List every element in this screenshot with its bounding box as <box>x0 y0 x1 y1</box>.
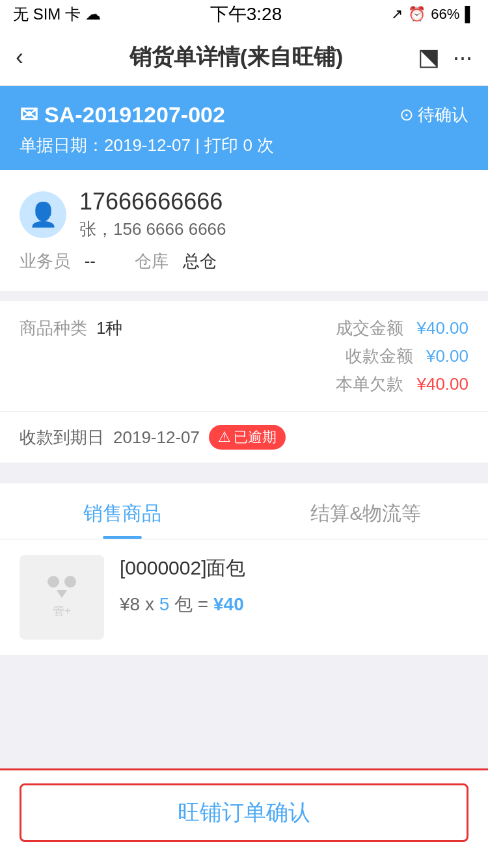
warehouse-label: 仓库 <box>135 251 169 271</box>
confirm-order-button[interactable]: 旺铺订单确认 <box>20 783 468 842</box>
customer-name: 张，156 6666 6666 <box>79 218 226 241</box>
order-header: ✉ SA-20191207-002 ⊙ 待确认 单据日期：2019-12-07 … <box>0 86 488 170</box>
share-icon[interactable]: ⬔ <box>418 44 440 71</box>
status-right: ↗ ⏰ 66% ▌ <box>391 6 475 23</box>
page-title: 销货单详情(来自旺铺) <box>129 42 344 72</box>
tab-settlement-label: 结算&物流等 <box>310 502 421 524</box>
payment-value: ¥0.00 <box>426 346 468 366</box>
order-icon: ✉ <box>20 102 38 128</box>
owl-plus: 管+ <box>53 603 72 619</box>
customer-meta: 业务员 -- 仓库 总仓 <box>20 250 468 273</box>
tab-sales[interactable]: 销售商品 <box>0 483 244 539</box>
product-unit: 包 <box>174 594 193 614</box>
tab-settlement[interactable]: 结算&物流等 <box>244 483 488 539</box>
order-status: ⊙ 待确认 <box>400 103 468 126</box>
warning-icon: ⚠ <box>218 429 231 446</box>
owl-eye-left <box>47 576 59 588</box>
owl-eyes <box>47 576 76 588</box>
category-value: 1种 <box>96 317 122 340</box>
divider-1 <box>0 291 488 301</box>
summary-right: 成交金额 ¥40.00 收款金额 ¥0.00 本单欠款 ¥40.00 <box>336 317 468 396</box>
balance-label: 本单欠款 <box>336 373 403 396</box>
order-id-text: SA-20191207-002 <box>44 102 225 128</box>
payment-amount-row: 收款金额 ¥0.00 <box>346 345 468 368</box>
customer-phone: 17666666666 <box>79 188 226 215</box>
nav-actions: ⬔ ··· <box>418 44 472 71</box>
product-price-row: ¥8 x 5 包 = ¥40 <box>120 592 468 617</box>
product-price: ¥8 <box>120 594 140 614</box>
owl-eye-right <box>64 576 76 588</box>
clock-icon: ⊙ <box>400 105 414 125</box>
deal-value: ¥40.00 <box>416 318 468 338</box>
divider-2 <box>0 463 488 473</box>
category-label: 商品种类 <box>20 317 87 340</box>
price-separator: x <box>145 594 159 614</box>
battery-icon: ▌ <box>465 6 475 23</box>
more-icon[interactable]: ··· <box>453 44 472 71</box>
due-date-section: 收款到期日 2019-12-07 ⚠ 已逾期 <box>0 411 488 463</box>
summary-left: 商品种类 1种 <box>20 317 122 340</box>
owl-beak <box>57 590 67 598</box>
product-section: 管+ [0000002]面包 ¥8 x 5 包 = ¥40 <box>0 539 488 655</box>
battery-level: 66% <box>431 6 459 23</box>
bottom-area: 旺铺订单确认 <box>0 768 488 868</box>
product-thumbnail: 管+ <box>20 555 104 640</box>
equals-sign: = <box>198 594 213 614</box>
warehouse-field: 仓库 总仓 <box>135 250 217 273</box>
avatar-icon: 👤 <box>29 201 58 228</box>
due-date-value: 2019-12-07 <box>113 427 200 448</box>
confirm-order-label: 旺铺订单确认 <box>178 798 310 828</box>
back-button[interactable]: ‹ <box>16 44 55 71</box>
nav-bar: ‹ 销货单详情(来自旺铺) ⬔ ··· <box>0 29 488 86</box>
overdue-text: 已逾期 <box>234 427 277 447</box>
balance-value: ¥40.00 <box>416 374 468 394</box>
avatar: 👤 <box>20 191 66 238</box>
balance-amount-row: 本单欠款 ¥40.00 <box>336 373 468 396</box>
summary-section: 商品种类 1种 成交金额 ¥40.00 收款金额 ¥0.00 本单欠款 ¥40.… <box>0 301 488 411</box>
payment-label: 收款金额 <box>346 345 413 368</box>
location-icon: ↗ <box>391 6 403 23</box>
order-id-row: ✉ SA-20191207-002 ⊙ 待确认 <box>20 102 468 128</box>
warehouse-value: 总仓 <box>183 251 217 271</box>
status-time: 下午3:28 <box>210 2 282 27</box>
customer-row: 👤 17666666666 张，156 6666 6666 <box>20 188 468 241</box>
status-left: 无 SIM 卡 ☁ <box>13 4 101 25</box>
product-total: ¥40 <box>213 594 244 614</box>
salesperson-field: 业务员 -- <box>20 250 96 273</box>
salesperson-label: 业务员 <box>20 251 70 271</box>
salesperson-value: -- <box>85 251 96 271</box>
status-bar: 无 SIM 卡 ☁ 下午3:28 ↗ ⏰ 66% ▌ <box>0 0 488 29</box>
customer-info: 17666666666 张，156 6666 6666 <box>79 188 226 241</box>
due-date-label: 收款到期日 <box>20 426 104 449</box>
product-quantity: 5 <box>159 594 170 614</box>
product-item: 管+ [0000002]面包 ¥8 x 5 包 = ¥40 <box>20 555 468 640</box>
order-status-text: 待确认 <box>418 103 468 126</box>
tabs-section: 销售商品 结算&物流等 <box>0 483 488 539</box>
order-date: 单据日期：2019-12-07 | 打印 0 次 <box>20 134 468 157</box>
tab-sales-label: 销售商品 <box>83 502 161 524</box>
product-info: [0000002]面包 ¥8 x 5 包 = ¥40 <box>120 555 468 617</box>
product-name: [0000002]面包 <box>120 555 468 582</box>
owl-logo: 管+ <box>47 576 76 619</box>
deal-amount-row: 成交金额 ¥40.00 <box>336 317 468 340</box>
alarm-icon: ⏰ <box>408 6 426 23</box>
sim-status: 无 SIM 卡 ☁ <box>13 4 101 25</box>
order-id: ✉ SA-20191207-002 <box>20 102 225 128</box>
deal-label: 成交金额 <box>336 317 403 340</box>
overdue-badge: ⚠ 已逾期 <box>209 425 286 450</box>
customer-section: 👤 17666666666 张，156 6666 6666 业务员 -- 仓库 … <box>0 170 488 291</box>
